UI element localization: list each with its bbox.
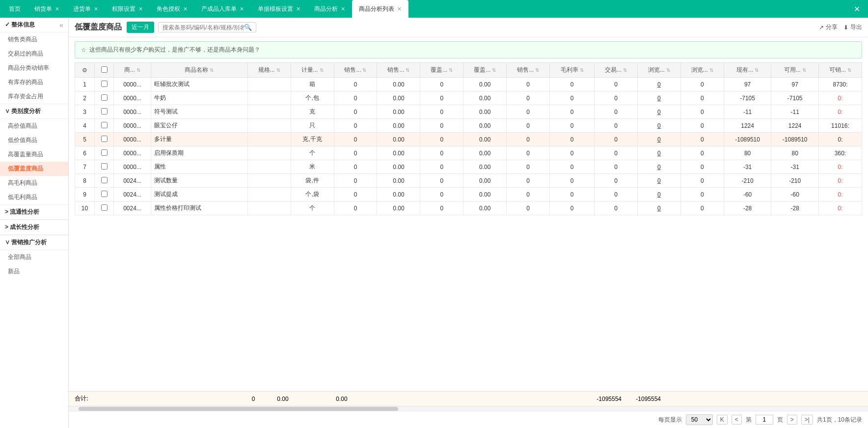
row-name: 属性价格打印测试	[151, 201, 247, 215]
row-checkbox[interactable]	[94, 78, 113, 91]
row-current: 1224	[724, 119, 771, 133]
nav-product-inbound[interactable]: 产成品入库单 ✕	[194, 0, 251, 18]
share-button[interactable]: ↗ 分享	[819, 23, 838, 31]
sidebar-item-sales-products[interactable]: 销售类商品	[0, 32, 68, 47]
table-row: 6 0000... 启用保质期 个 0 0.00 0 0.00 0 0 0 0 …	[75, 146, 862, 160]
row-checkbox[interactable]	[94, 146, 113, 160]
nav-close-icon[interactable]: ✕	[397, 6, 402, 12]
sidebar-collapse-button[interactable]: «	[59, 21, 63, 29]
current-page-input[interactable]	[756, 415, 773, 425]
export-button[interactable]: ⬇ 导出	[843, 23, 862, 31]
horizontal-scrollbar[interactable]	[69, 406, 868, 411]
row-margin: 0	[550, 78, 595, 91]
sidebar-item-high-value[interactable]: 高价值商品	[0, 119, 68, 133]
nav-sales-order[interactable]: 销货单 ✕	[27, 0, 66, 18]
row-cover1: 0	[420, 91, 463, 105]
select-all-checkbox[interactable]	[101, 66, 108, 73]
footer-sales1: 0	[239, 396, 268, 402]
data-table: ⚙ 商...⇅ 商品名称⇅ 规格...⇅ 计量...⇅ 销售...⇅ 销售...…	[75, 62, 862, 215]
nav-close-icon[interactable]: ✕	[94, 6, 98, 12]
row-browse1[interactable]: 0	[637, 160, 680, 174]
row-browse1[interactable]: 0	[637, 188, 680, 201]
search-icon: 🔍	[244, 24, 252, 31]
nav-close-icon[interactable]: ✕	[55, 6, 59, 12]
row-code: 0000...	[114, 119, 151, 133]
sidebar-item-high-coverage[interactable]: 高覆盖量商品	[0, 147, 68, 162]
sidebar-item-inventory-capital[interactable]: 库存资金占用	[0, 89, 68, 104]
row-saleable: 0:	[818, 105, 862, 119]
row-sales3: 0	[507, 133, 550, 146]
row-browse2: 0	[680, 174, 724, 188]
row-saleable: 0:	[818, 174, 862, 188]
col-settings[interactable]: ⚙	[75, 63, 95, 78]
col-cover1: 覆盖...⇅	[420, 63, 463, 78]
next-page-button[interactable]: >	[787, 415, 797, 425]
row-browse1[interactable]: 0	[637, 105, 680, 119]
nav-close-icon[interactable]: ✕	[138, 6, 143, 12]
sidebar-item-category-rate[interactable]: 商品分类动销率	[0, 61, 68, 75]
row-checkbox[interactable]	[94, 188, 113, 201]
row-browse1[interactable]: 0	[637, 146, 680, 160]
nav-role-auth[interactable]: 角色授权 ✕	[150, 0, 194, 18]
row-browse1[interactable]: 0	[637, 78, 680, 91]
nav-product-analysis[interactable]: 商品分析 ✕	[307, 0, 352, 18]
row-available: -28	[771, 201, 819, 215]
row-checkbox[interactable]	[94, 133, 113, 146]
last-page-button[interactable]: >|	[801, 415, 813, 425]
data-table-container[interactable]: ⚙ 商...⇅ 商品名称⇅ 规格...⇅ 计量...⇅ 销售...⇅ 销售...…	[75, 62, 862, 391]
row-cover2: 0.00	[463, 105, 507, 119]
nav-close-icon[interactable]: ✕	[240, 6, 244, 12]
row-spec	[247, 201, 291, 215]
nav-product-analysis-list[interactable]: 商品分析列表 ✕	[352, 0, 408, 18]
sidebar-item-low-coverage[interactable]: 低覆盖度商品	[0, 162, 68, 176]
row-checkbox[interactable]	[94, 119, 113, 133]
nav-close-icon[interactable]: ✕	[296, 6, 300, 12]
page-size-select[interactable]: 50 20 100	[686, 414, 713, 425]
first-page-button[interactable]: K	[717, 415, 728, 425]
table-row: 2 0000... 牛奶 个,包 0 0.00 0 0.00 0 0 0 0 0…	[75, 91, 862, 105]
sidebar-item-stocked-products[interactable]: 有库存的商品	[0, 75, 68, 89]
row-browse1[interactable]: 0	[637, 133, 680, 146]
row-current: -210	[724, 174, 771, 188]
row-name: 启用保质期	[151, 146, 247, 160]
sidebar-item-all-products[interactable]: 全部商品	[0, 250, 68, 264]
sidebar-item-low-value[interactable]: 低价值商品	[0, 133, 68, 147]
row-unit: 克	[291, 105, 334, 119]
sidebar-item-low-margin[interactable]: 低毛利商品	[0, 190, 68, 204]
row-unit: 个	[291, 146, 334, 160]
row-saleable: 360:	[818, 146, 862, 160]
nav-purchase-order[interactable]: 进货单 ✕	[66, 0, 105, 18]
row-unit: 只	[291, 119, 334, 133]
nav-permission-settings[interactable]: 权限设置 ✕	[105, 0, 150, 18]
row-browse1[interactable]: 0	[637, 201, 680, 215]
row-checkbox[interactable]	[94, 160, 113, 174]
row-unit: 个	[291, 201, 334, 215]
row-browse1[interactable]: 0	[637, 119, 680, 133]
sidebar-item-new-products[interactable]: 新品	[0, 264, 68, 279]
row-sales3: 0	[507, 119, 550, 133]
sidebar-item-high-margin[interactable]: 高毛利商品	[0, 176, 68, 190]
nav-close-icon[interactable]: ✕	[341, 6, 345, 12]
row-checkbox[interactable]	[94, 105, 113, 119]
sidebar-item-traded-products[interactable]: 交易过的商品	[0, 47, 68, 61]
nav-close-icon[interactable]: ✕	[183, 6, 188, 12]
table-row: 10 0024... 属性价格打印测试 个 0 0.00 0 0.00 0 0 …	[75, 201, 862, 215]
row-sales1: 0	[334, 174, 377, 188]
row-checkbox[interactable]	[94, 174, 113, 188]
row-name: 旺辅批次测试	[151, 78, 247, 91]
prev-page-button[interactable]: <	[732, 415, 742, 425]
nav-template-settings[interactable]: 单据模板设置 ✕	[251, 0, 307, 18]
search-input[interactable]	[163, 24, 244, 31]
row-browse1[interactable]: 0	[637, 91, 680, 105]
row-checkbox[interactable]	[94, 91, 113, 105]
window-close-button[interactable]: ✕	[848, 4, 866, 14]
row-code: 0000...	[114, 78, 151, 91]
settings-icon[interactable]: ⚙	[82, 67, 87, 74]
row-browse1[interactable]: 0	[637, 174, 680, 188]
row-checkbox[interactable]	[94, 201, 113, 215]
col-checkbox[interactable]	[94, 63, 113, 78]
nav-home[interactable]: 首页	[2, 0, 27, 18]
time-filter-button[interactable]: 近一月	[127, 22, 154, 33]
content-panel: 低覆盖度商品 近一月 🔍 ↗ 分享 ⬇ 导出 ☆ 这些商品只有很少客户购买过，是…	[69, 18, 868, 428]
row-trade: 0	[595, 174, 638, 188]
